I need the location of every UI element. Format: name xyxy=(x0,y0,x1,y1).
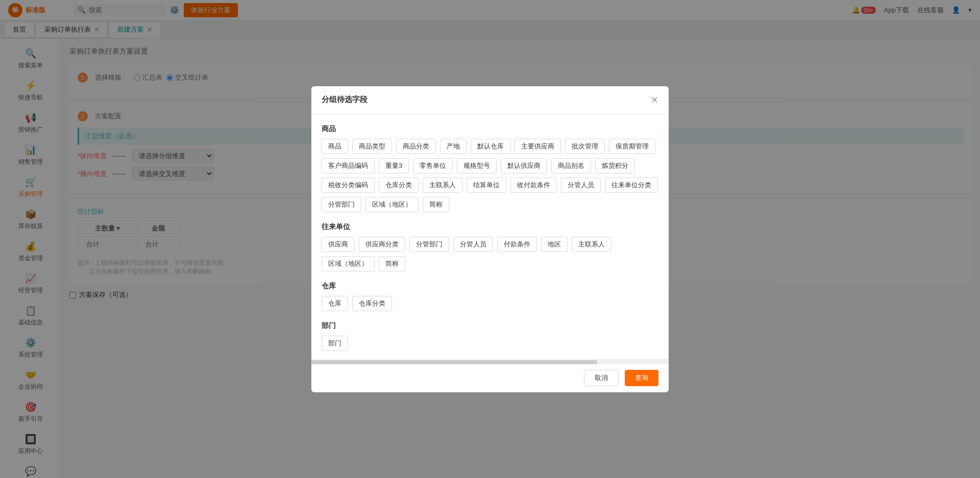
field-tag-0-8[interactable]: 客户商品编码 xyxy=(322,158,375,173)
field-tag-0-4[interactable]: 默认仓库 xyxy=(471,139,510,154)
confirm-button[interactable]: 查询 xyxy=(625,370,658,386)
section-title-2: 仓库 xyxy=(322,282,658,291)
field-grid-2: 仓库仓库分类 xyxy=(322,296,658,311)
field-tag-0-22[interactable]: 分管部门 xyxy=(322,197,361,212)
field-tag-1-4[interactable]: 付款条件 xyxy=(497,237,537,252)
field-tag-2-0[interactable]: 仓库 xyxy=(322,296,348,311)
field-tag-0-24[interactable]: 简称 xyxy=(423,197,449,212)
field-tag-0-17[interactable]: 主联系人 xyxy=(423,178,462,193)
field-tag-1-8[interactable]: 简称 xyxy=(379,256,405,271)
field-tag-0-0[interactable]: 商品 xyxy=(322,139,348,154)
field-tag-0-1[interactable]: 商品类型 xyxy=(352,139,392,154)
modal-horizontal-scrollbar[interactable] xyxy=(311,359,669,363)
field-tag-0-19[interactable]: 收付款条件 xyxy=(510,178,557,193)
field-tag-1-1[interactable]: 供应商分类 xyxy=(359,237,405,252)
field-tag-1-3[interactable]: 分管人员 xyxy=(453,237,493,252)
field-tag-0-11[interactable]: 规格型号 xyxy=(457,158,497,173)
modal-footer: 取消 查询 xyxy=(311,363,669,392)
field-tag-0-18[interactable]: 结算单位 xyxy=(467,178,506,193)
field-tag-2-1[interactable]: 仓库分类 xyxy=(352,296,392,311)
field-grid-1: 供应商供应商分类分管部门分管人员付款条件地区主联系人区域（地区）简称 xyxy=(322,237,658,271)
modal-body: 商品商品商品类型商品分类产地默认仓库主要供应商批次管理保质期管理客户商品编码重量… xyxy=(311,114,669,360)
modal-scroll-thumb xyxy=(311,360,597,364)
field-tag-0-7[interactable]: 保质期管理 xyxy=(609,139,655,154)
field-tag-0-9[interactable]: 重量3 xyxy=(379,158,409,173)
cancel-button[interactable]: 取消 xyxy=(584,370,619,386)
field-tag-0-13[interactable]: 商品别名 xyxy=(551,158,591,173)
field-grid-0: 商品商品类型商品分类产地默认仓库主要供应商批次管理保质期管理客户商品编码重量3零… xyxy=(322,139,658,212)
field-tag-1-6[interactable]: 主联系人 xyxy=(572,237,611,252)
modal-overlay: 分组待选字段 ✕ 商品商品商品类型商品分类产地默认仓库主要供应商批次管理保质期管… xyxy=(0,0,980,478)
section-title-0: 商品 xyxy=(322,124,658,134)
section-title-3: 部门 xyxy=(322,321,658,331)
section-title-1: 往来单位 xyxy=(322,222,658,232)
field-tag-0-2[interactable]: 商品分类 xyxy=(396,139,436,154)
field-tag-0-14[interactable]: 炼货积分 xyxy=(595,158,635,173)
field-tag-1-2[interactable]: 分管部门 xyxy=(409,237,449,252)
field-select-modal: 分组待选字段 ✕ 商品商品商品类型商品分类产地默认仓库主要供应商批次管理保质期管… xyxy=(311,86,669,392)
field-tag-1-0[interactable]: 供应商 xyxy=(322,237,355,252)
modal-title: 分组待选字段 xyxy=(322,95,368,105)
field-tag-0-10[interactable]: 零售单位 xyxy=(413,158,453,173)
field-tag-0-16[interactable]: 仓库分类 xyxy=(379,178,419,193)
field-tag-1-5[interactable]: 地区 xyxy=(541,237,568,252)
field-tag-0-20[interactable]: 分管人员 xyxy=(561,178,601,193)
field-tag-3-0[interactable]: 部门 xyxy=(322,336,348,351)
field-tag-0-5[interactable]: 主要供应商 xyxy=(514,139,561,154)
field-tag-0-3[interactable]: 产地 xyxy=(440,139,467,154)
field-tag-0-23[interactable]: 区域（地区） xyxy=(365,197,419,212)
modal-header: 分组待选字段 ✕ xyxy=(311,86,669,114)
field-tag-1-7[interactable]: 区域（地区） xyxy=(322,256,375,271)
field-grid-3: 部门 xyxy=(322,336,658,351)
field-tag-0-15[interactable]: 税收分类编码 xyxy=(322,178,375,193)
field-tag-0-12[interactable]: 默认供应商 xyxy=(501,158,547,173)
field-tag-0-21[interactable]: 往来单位分类 xyxy=(605,178,658,193)
modal-close-button[interactable]: ✕ xyxy=(651,94,658,106)
field-tag-0-6[interactable]: 批次管理 xyxy=(565,139,605,154)
